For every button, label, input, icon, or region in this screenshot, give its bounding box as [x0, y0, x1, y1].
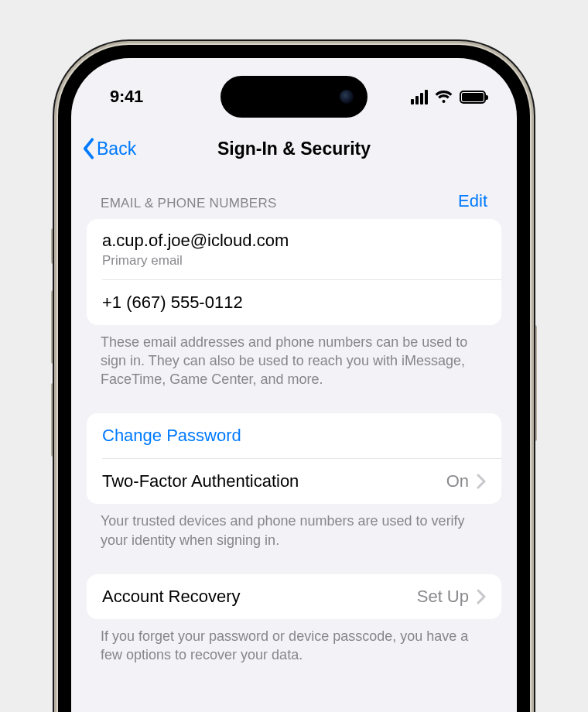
nav-bar: Back Sign-In & Security	[71, 126, 517, 171]
recovery-section-footer: If you forget your password or device pa…	[87, 619, 501, 665]
two-factor-value: On	[446, 471, 469, 491]
wifi-icon	[435, 90, 453, 104]
two-factor-label: Two-Factor Authentication	[102, 471, 299, 491]
status-time: 9:41	[110, 77, 143, 107]
email-phone-card: a.cup.of.joe@icloud.com Primary email +1…	[87, 219, 501, 325]
status-icons	[411, 80, 486, 104]
account-recovery-label: Account Recovery	[102, 587, 241, 607]
email-row[interactable]: a.cup.of.joe@icloud.com Primary email	[87, 219, 501, 279]
email-value: a.cup.of.joe@icloud.com	[102, 230, 289, 252]
chevron-left-icon	[82, 138, 95, 159]
content: EMAIL & PHONE NUMBERS Edit a.cup.of.joe@…	[71, 174, 517, 712]
phone-row[interactable]: +1 (667) 555-0112	[87, 280, 501, 325]
password-section-footer: Your trusted devices and phone numbers a…	[87, 504, 501, 549]
cellular-icon	[411, 90, 428, 104]
account-recovery-value: Set Up	[417, 587, 469, 607]
chevron-right-icon	[477, 589, 486, 604]
battery-icon	[460, 91, 486, 104]
device-silence-switch	[51, 228, 55, 264]
back-label: Back	[97, 139, 136, 159]
device-side-button	[533, 325, 537, 441]
two-factor-row[interactable]: Two-Factor Authentication On	[87, 459, 501, 504]
dynamic-island	[220, 76, 368, 118]
change-password-row[interactable]: Change Password	[87, 413, 501, 458]
chevron-right-icon	[477, 474, 486, 489]
email-subtitle: Primary email	[102, 253, 289, 269]
password-card: Change Password Two-Factor Authenticatio…	[87, 413, 501, 504]
phone-value: +1 (667) 555-0112	[102, 292, 243, 313]
change-password-label: Change Password	[102, 426, 241, 446]
section-header-label: EMAIL & PHONE NUMBERS	[101, 196, 277, 211]
email-section-footer: These email addresses and phone numbers …	[87, 325, 501, 389]
device-frame: 9:41	[58, 45, 530, 712]
device-volume-up	[51, 290, 55, 364]
recovery-card: Account Recovery Set Up	[87, 574, 501, 619]
screen: 9:41	[71, 58, 517, 712]
page-title: Sign-In & Security	[71, 139, 517, 159]
section-header-email: EMAIL & PHONE NUMBERS Edit	[87, 174, 501, 219]
account-recovery-row[interactable]: Account Recovery Set Up	[87, 574, 501, 619]
edit-button[interactable]: Edit	[458, 191, 487, 211]
device-volume-down	[51, 383, 55, 457]
back-button[interactable]: Back	[82, 138, 136, 159]
